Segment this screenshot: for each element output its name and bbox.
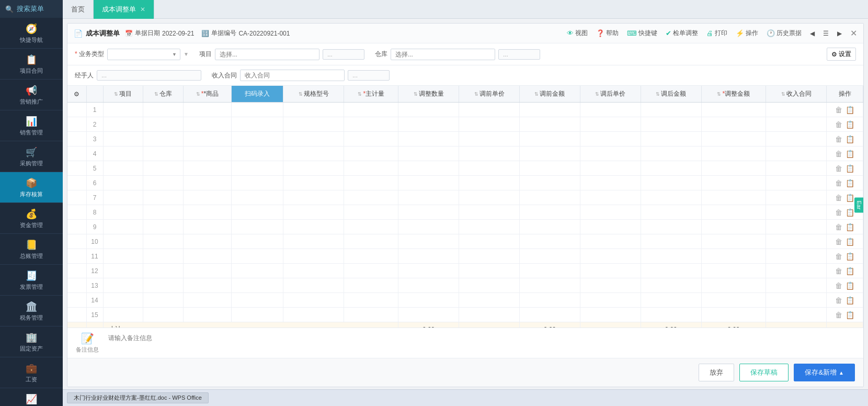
discard-button[interactable]: 放弃 xyxy=(699,364,734,381)
settings-button[interactable]: ⚙ 设置 xyxy=(827,48,856,61)
copy-icon[interactable]: 📋 xyxy=(846,164,854,173)
td-spec xyxy=(283,308,344,322)
th-after-amount[interactable]: ⇅调后金额 xyxy=(641,86,701,103)
th-spec[interactable]: ⇅规格型号 xyxy=(283,86,344,103)
shortcuts-btn[interactable]: ⌨ 快捷键 xyxy=(625,28,659,39)
th-prev-unit-price[interactable]: ⇅调前单价 xyxy=(459,86,520,103)
td-row-num: 1 xyxy=(86,103,103,117)
th-warehouse[interactable]: ⇅仓库 xyxy=(143,86,184,103)
nav-next-btn[interactable]: ▶ xyxy=(835,29,844,38)
delete-icon[interactable]: 🗑 xyxy=(835,179,842,187)
copy-icon[interactable]: 📋 xyxy=(846,208,854,217)
delete-icon[interactable]: 🗑 xyxy=(835,267,842,275)
history-icon: 🕐 xyxy=(767,29,775,37)
copy-icon[interactable]: 📋 xyxy=(846,281,854,290)
save-draft-button[interactable]: 保存草稿 xyxy=(739,364,789,381)
td-warehouse xyxy=(143,293,184,308)
taskbar-wps-item[interactable]: 木门行业好业财处理方案-墨红红.doc - WPS Office xyxy=(67,392,209,403)
delete-icon[interactable]: 🗑 xyxy=(835,120,842,129)
th-adj-amount[interactable]: ⇅*调整金额 xyxy=(701,86,766,103)
project-input[interactable] xyxy=(215,49,319,60)
sidebar-item-inventory-calc[interactable]: 📦 库存核算 xyxy=(0,172,63,203)
copy-icon[interactable]: 📋 xyxy=(846,194,854,202)
handler-dots-btn[interactable]: ... xyxy=(97,70,201,81)
sidebar-item-tax-mgmt[interactable]: 🏛️ 税务管理 xyxy=(0,296,63,326)
delete-icon[interactable]: 🗑 xyxy=(835,150,842,158)
delete-icon[interactable]: 🗑 xyxy=(835,223,842,231)
copy-icon[interactable]: 📋 xyxy=(846,120,854,129)
delete-icon[interactable]: 🗑 xyxy=(835,296,842,304)
sidebar-item-purchase-mgmt[interactable]: 🛒 采购管理 xyxy=(0,141,63,172)
copy-icon[interactable]: 📋 xyxy=(846,223,854,231)
delete-icon[interactable]: 🗑 xyxy=(835,208,842,217)
tab-close-icon[interactable]: ✕ xyxy=(140,6,145,13)
save-new-button[interactable]: 保存&新增 ▲ xyxy=(794,364,855,381)
view-btn[interactable]: 👁 视图 xyxy=(565,28,590,39)
delete-icon[interactable]: 🗑 xyxy=(835,194,842,202)
biz-type-select[interactable]: 结存调整 xyxy=(107,49,180,60)
th-goods[interactable]: ⇅**商品 xyxy=(183,86,231,103)
td-unit xyxy=(344,308,398,322)
td-warehouse xyxy=(143,249,184,264)
th-after-unit-price[interactable]: ⇅调后单价 xyxy=(580,86,641,103)
copy-icon[interactable]: 📋 xyxy=(846,238,854,246)
sidebar-item-sales-promo[interactable]: 📢 营销推广 xyxy=(0,80,63,110)
sidebar-item-general-ledger[interactable]: 📒 总账管理 xyxy=(0,234,63,265)
doc-close-btn[interactable]: ✕ xyxy=(850,28,857,38)
delete-icon[interactable]: 🗑 xyxy=(835,135,842,143)
sidebar-item-quick-nav[interactable]: 🧭 快捷导航 xyxy=(0,18,63,49)
sidebar-search[interactable]: 🔍 搜索菜单 xyxy=(0,0,63,18)
sidebar-item-finance-mgmt[interactable]: 💰 资金管理 xyxy=(0,203,63,234)
income-contract-input[interactable] xyxy=(240,70,345,81)
sidebar-item-sales-mgmt[interactable]: 📊 销售管理 xyxy=(0,110,63,141)
td-warehouse xyxy=(143,132,184,146)
th-adj-qty[interactable]: ⇅调整数量 xyxy=(398,86,459,103)
copy-icon[interactable]: 📋 xyxy=(846,150,854,158)
sidebar-item-payroll[interactable]: 💼 工资 xyxy=(0,357,63,388)
td-prev-amount xyxy=(519,176,580,190)
td-after-amount xyxy=(641,205,701,220)
copy-icon[interactable]: 📋 xyxy=(846,252,854,261)
sidebar-item-ops-mgmt[interactable]: 📈 经营管理 xyxy=(0,388,63,406)
tab-home[interactable]: 首页 xyxy=(63,0,94,19)
tab-cost-adjust[interactable]: 成本调整单 ✕ xyxy=(94,0,154,19)
project-dots-btn[interactable]: ... xyxy=(323,49,364,60)
warehouse-input[interactable] xyxy=(391,49,495,60)
delete-icon[interactable]: 🗑 xyxy=(835,238,842,246)
nav-prev-btn[interactable]: ◀ xyxy=(808,29,817,38)
nav-list-btn[interactable]: ☰ xyxy=(821,29,831,38)
delete-icon[interactable]: 🗑 xyxy=(835,281,842,290)
th-unit[interactable]: ⇅*主计量 xyxy=(344,86,398,103)
delete-icon[interactable]: 🗑 xyxy=(835,106,842,114)
sidebar-item-project-contract[interactable]: 📋 项目合同 xyxy=(0,49,63,80)
right-edge-button[interactable]: Ear xyxy=(854,197,864,212)
sidebar-item-invoice-mgmt[interactable]: 🧾 发票管理 xyxy=(0,265,63,296)
copy-icon[interactable]: 📋 xyxy=(846,267,854,275)
td-unit xyxy=(344,293,398,308)
td-adj-qty xyxy=(398,249,459,264)
th-project[interactable]: ⇅项目 xyxy=(103,86,143,103)
income-contract-dots-btn[interactable]: ... xyxy=(348,70,390,81)
copy-icon[interactable]: 📋 xyxy=(846,135,854,143)
copy-icon[interactable]: 📋 xyxy=(846,296,854,304)
ops-btn[interactable]: ⚡ 操作 xyxy=(734,28,760,39)
check-btn[interactable]: ✔ 检单调整 xyxy=(664,28,700,39)
th-settings[interactable]: ⚙ xyxy=(67,86,86,103)
td-settings xyxy=(67,176,86,190)
th-prev-amount[interactable]: ⇅调前金额 xyxy=(519,86,580,103)
print-btn[interactable]: 🖨 打印 xyxy=(704,28,729,39)
delete-icon[interactable]: 🗑 xyxy=(835,311,842,319)
td-adj-amount xyxy=(701,103,766,117)
sidebar-item-fixed-assets[interactable]: 🏢 固定资产 xyxy=(0,326,63,357)
help-btn[interactable]: ❓ 帮助 xyxy=(594,28,621,39)
copy-icon[interactable]: 📋 xyxy=(846,106,854,114)
copy-icon[interactable]: 📋 xyxy=(846,179,854,187)
delete-icon[interactable]: 🗑 xyxy=(835,164,842,173)
th-income-contract[interactable]: ⇅收入合同 xyxy=(766,86,827,103)
history-btn[interactable]: 🕐 历史票据 xyxy=(764,28,804,39)
warehouse-dots-btn[interactable]: ... xyxy=(498,49,540,60)
copy-icon[interactable]: 📋 xyxy=(846,311,854,319)
th-scan-input[interactable]: 扫码录入 xyxy=(231,86,283,103)
notes-input[interactable] xyxy=(106,332,856,344)
delete-icon[interactable]: 🗑 xyxy=(835,252,842,261)
